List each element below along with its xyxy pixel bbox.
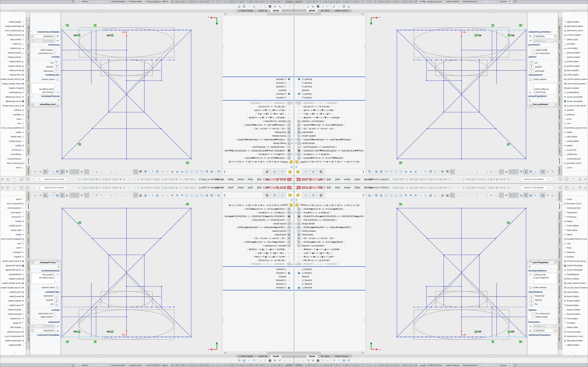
- tool-button[interactable]: ▭ Corner Rectangle: [562, 268, 588, 272]
- tool-button[interactable]: ↻ Rotate Entities: [562, 299, 588, 303]
- tool-button[interactable]: ◹ Scale Entities: [562, 60, 588, 64]
- view-tab[interactable]: Model: [270, 355, 282, 358]
- add-relation-horizontal[interactable]: —Horizontal: [527, 69, 558, 73]
- expand-arrow-icon[interactable]: ▶: [291, 154, 293, 155]
- add-relation-fix[interactable]: ⚓Fix: [30, 61, 61, 65]
- checkbox[interactable]: [54, 316, 56, 318]
- sketch-sheet-icon[interactable]: ❏: [514, 0, 516, 3]
- horizontal-icon[interactable]: —: [529, 294, 533, 298]
- spinner[interactable]: ▲▼: [554, 329, 557, 332]
- tool-button[interactable]: ▱ Parallelogram: [0, 91, 26, 95]
- commandmanager-tab[interactable]: Sketch: [26, 156, 30, 166]
- option-for-construction[interactable]: For construction: [30, 52, 61, 55]
- tool-button[interactable]: ∟ Stretch Entities: [0, 55, 26, 59]
- section-existing-relations[interactable]: Existing Relations⌃: [527, 269, 558, 272]
- tree-sketch-item[interactable]: ∟ Sketch3: [294, 89, 366, 92]
- panel-expand-icon[interactable]: ❯: [363, 171, 364, 173]
- user-account-icon[interactable]: ☺: [558, 186, 563, 190]
- view-tab[interactable]: Motion Study 1: [236, 9, 256, 12]
- relation-badge[interactable]: ╱3: [507, 143, 510, 146]
- tool-button[interactable]: ◠ 3 Point Arc: [562, 215, 588, 219]
- search-dropdown-icon[interactable]: ▼: [550, 177, 553, 182]
- tree-item[interactable]: ▶ A ○ ƧSИN◎◉✚А✚◎ИNА○ ⊙ ○АNИ◎✚А✚◉◎NИSƧ ○: [222, 225, 294, 229]
- minimize-button[interactable]: —: [571, 177, 576, 181]
- bottom-toolbar-icon[interactable]: ▱: [287, 358, 292, 363]
- tab-nav-button[interactable]: ◄: [288, 355, 291, 358]
- spinner[interactable]: ▲▼: [554, 39, 557, 43]
- scroll-left-icon[interactable]: ◄: [295, 13, 297, 15]
- tree-sketch-item[interactable]: ▦ (-) Sketch2: [222, 271, 294, 275]
- tool-button[interactable]: ✚ Move Entities: [0, 68, 26, 73]
- tree-sketch-item[interactable]: ▦ (-) Sketch2: [294, 271, 366, 275]
- expand-arrow-icon[interactable]: ▶: [291, 102, 293, 104]
- tab-nav-button[interactable]: ►: [300, 9, 303, 12]
- dimension-label[interactable]: —109: [74, 330, 80, 333]
- tree-item[interactable]: ◪ Solid Bodies: [222, 131, 294, 134]
- tool-button[interactable]: ⊞ Linear Sketch Pattern: [0, 281, 26, 285]
- vertical-icon[interactable]: |: [55, 65, 59, 69]
- tree-sketch-item[interactable]: ▦ (-) Sketch6: [222, 78, 294, 81]
- tool-button[interactable]: ◠ 3 Point Arc: [0, 148, 26, 152]
- bottom-toolbar-icon[interactable]: ↻: [251, 4, 256, 9]
- tool-button[interactable]: ◈ 3 Point Center Recta...: [562, 259, 588, 263]
- help-icon[interactable]: ?: [31, 261, 34, 264]
- bottom-toolbar-icon[interactable]: ↻: [251, 358, 256, 363]
- section-options[interactable]: Options⌃: [30, 308, 61, 312]
- tool-button[interactable]: ╰ Fit Spline: [562, 42, 588, 46]
- menu-item[interactable]: View: [248, 178, 253, 181]
- sketch-sheet-icon[interactable]: ❏: [514, 364, 516, 367]
- apex-point[interactable]: [126, 274, 127, 274]
- bottom-toolbar-icon[interactable]: [330, 5, 332, 8]
- horizontal-icon[interactable]: —: [529, 69, 533, 73]
- commandmanager-tab[interactable]: Markup: [558, 42, 562, 51]
- tool-button[interactable]: ◯ Perimeter Circle: [562, 201, 588, 206]
- view-tab[interactable]: Model: [270, 9, 282, 12]
- tree-sketch-item[interactable]: ∟ (-) Sketch4: [294, 282, 366, 286]
- bottom-toolbar-icon[interactable]: ∟: [258, 4, 263, 9]
- tree-sketch-item[interactable]: ∟ (-) Sketch5: [222, 85, 294, 89]
- close-button[interactable]: ✕: [583, 186, 588, 190]
- tool-button[interactable]: ◫ Mirror Entities: [562, 276, 588, 281]
- bottom-toolbar-icon[interactable]: ▤: [242, 4, 247, 9]
- tool-button[interactable]: ∟ Stretch Entities: [562, 55, 588, 59]
- tool-button[interactable]: ⊙ Ellipse: [562, 219, 588, 223]
- commandmanager-tab[interactable]: Evaluate: [26, 121, 30, 131]
- tree-item[interactable]: ◔ ○ ƧSℓ◎SИЗЄƧS○ ⊙ ○SЄЗИS◎ℓSƧ ○: [294, 218, 366, 222]
- tool-button[interactable]: ✚ Move Entities: [562, 68, 588, 73]
- dimension-label[interactable]: —109: [508, 34, 514, 37]
- tool-button[interactable]: ◯ Perimeter Circle: [0, 201, 26, 206]
- tree-sketch-item[interactable]: ▦ (-) Sketch2: [294, 92, 366, 96]
- search-dropdown-icon[interactable]: ▼: [35, 185, 38, 190]
- add-relation-horizontal[interactable]: —Horizontal: [527, 294, 558, 298]
- bottom-toolbar-icon[interactable]: ◔: [337, 4, 341, 9]
- tool-button[interactable]: ⊜ Silhouette Entities: [0, 24, 26, 28]
- tool-button[interactable]: ◔ Centerpoint Arc: [562, 157, 588, 161]
- bottom-toolbar-icon[interactable]: ⚙: [237, 358, 242, 363]
- bottom-toolbar-icon[interactable]: ↻: [263, 358, 268, 363]
- search-input[interactable]: Search CAD Models: [41, 178, 64, 181]
- relation-item[interactable]: Collinear108: [534, 273, 556, 276]
- tool-button[interactable]: ⊙ Ellipse: [0, 143, 26, 148]
- tool-button[interactable]: ╮ Sketch Fillet: [0, 37, 26, 42]
- restore-button[interactable]: ❐: [578, 186, 582, 190]
- commandmanager-tab[interactable]: Data Migration: [558, 51, 562, 67]
- checkbox[interactable]: [532, 52, 534, 55]
- commandmanager-tab[interactable]: Markup: [26, 42, 30, 51]
- rollback-bar[interactable]: [223, 266, 294, 267]
- status-custom-selector[interactable]: Custom▲: [498, 0, 512, 3]
- dimension-label[interactable]: —109: [475, 330, 481, 333]
- tab-nav-button[interactable]: Ι◄: [294, 9, 297, 12]
- relation-badge[interactable]: ╱3: [185, 162, 189, 164]
- tree-item[interactable]: ▦ ○ ƧS✚ЗЄƧS○ИN◎◉✚ЭСЗЄИЗЄƧS○ ⊙ ○SƧЄЗИЄЗСЭ…: [222, 214, 294, 218]
- tree-item[interactable]: Σ ○ ƧSИN◎◉✚А∪ЗЄ○ ⊙ ○ЄЗ∪А✚◉◎NИSƧ ○: [294, 123, 366, 127]
- commandmanager-tab[interactable]: Sheet Metal: [558, 108, 562, 121]
- add-relation-vertical[interactable]: |Vertical: [30, 65, 61, 69]
- tool-button[interactable]: ≈ Style Spline: [0, 228, 26, 232]
- tool-button[interactable]: ✂ Trim Entities: [0, 316, 26, 321]
- ok-check-icon[interactable]: ✔: [528, 99, 531, 102]
- relation-item[interactable]: Equal length109: [32, 276, 54, 279]
- tree-item[interactable]: ∟ ○ ИN◦ЭЄ◦ℓ◎○ ⊙ ○◎ℓ◦ЄЭ◦NИ ○: [294, 259, 366, 262]
- tree-root-part[interactable]: TЯPDL2. ⊙ ЗЄ ⊙ Ш ⊙ ◦ ⊙ ✚ ⊙ ЭС ⊙ ЗЄ ⊙ · ⊙…: [222, 160, 294, 164]
- tool-button[interactable]: ∟ Stretch Entities: [0, 307, 26, 312]
- menu-item[interactable]: Edit: [327, 178, 331, 181]
